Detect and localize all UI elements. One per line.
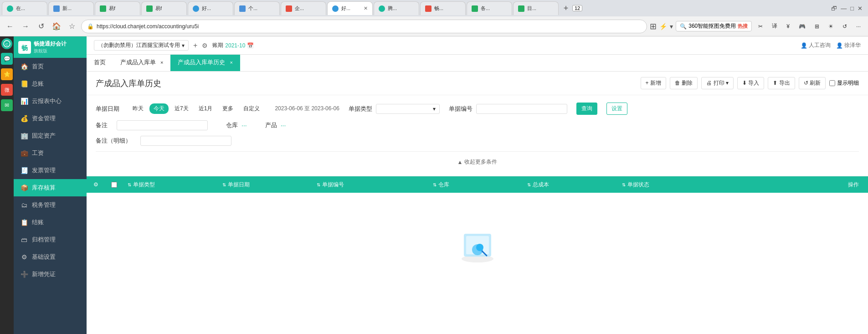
browser-tab-1[interactable]: 在... bbox=[2, 1, 47, 15]
brightness-btn[interactable]: ☀ bbox=[825, 22, 837, 31]
th-check[interactable] bbox=[105, 182, 123, 188]
sidebar-item-inventory[interactable]: 📦 库存核算 bbox=[14, 179, 87, 196]
product-select-btn[interactable]: ··· bbox=[281, 122, 286, 129]
th-settings[interactable]: ⚙ bbox=[87, 181, 105, 188]
chat-icon[interactable]: 💬 bbox=[1, 53, 13, 65]
tab-close-8[interactable]: ✕ bbox=[364, 5, 368, 11]
th-total-cost[interactable]: ⇅ 总成本 bbox=[523, 181, 617, 189]
undo-btn[interactable]: ↺ bbox=[839, 22, 851, 31]
remark-detail-input[interactable] bbox=[140, 136, 231, 146]
close-window-button[interactable]: ✕ bbox=[858, 5, 863, 12]
browser-tab-12[interactable]: 目... bbox=[513, 1, 559, 15]
sidebar-logo[interactable]: 畅 畅捷通好会计 旗舰版 bbox=[14, 36, 87, 58]
sidebar-item-ledger[interactable]: 📒 总账 bbox=[14, 75, 87, 92]
add-button[interactable]: + 新增 bbox=[641, 77, 666, 89]
more-button[interactable]: ▾ bbox=[670, 23, 673, 30]
sidebar-item-archive[interactable]: 🗃 归档管理 bbox=[14, 231, 87, 248]
more-actions-btn[interactable]: ··· bbox=[853, 22, 864, 31]
restore-button[interactable]: 🗗 bbox=[831, 5, 837, 12]
mail-icon[interactable]: ✉ bbox=[1, 99, 13, 111]
calendar-icon[interactable]: 📅 bbox=[247, 42, 254, 49]
import-button[interactable]: ⬇ 导入 bbox=[737, 77, 764, 89]
show-detail-checkbox[interactable] bbox=[829, 80, 835, 86]
sidebar-item-invoice[interactable]: 🧾 发票管理 bbox=[14, 162, 87, 179]
settings-query-button[interactable]: 设置 bbox=[606, 103, 627, 115]
game-btn[interactable]: 🎮 bbox=[795, 22, 809, 31]
browser-tab-3[interactable]: 易f bbox=[95, 1, 140, 15]
browser-tab-7[interactable]: 企... bbox=[281, 1, 326, 15]
browser-search-bar[interactable]: 🔍 360智能抠图免费用 热搜 bbox=[676, 21, 752, 31]
app-logo-icon[interactable]: C bbox=[1, 38, 12, 49]
new-tab-button[interactable]: + bbox=[560, 2, 572, 15]
sidebar-item-tax[interactable]: 🗂 税务管理 bbox=[14, 196, 87, 214]
user-profile[interactable]: 👤 徐泽华 bbox=[836, 41, 861, 49]
date-btn-yesterday[interactable]: 昨天 bbox=[128, 103, 148, 114]
query-button[interactable]: 查询 bbox=[576, 103, 597, 115]
date-btn-7days[interactable]: 近7天 bbox=[170, 103, 193, 114]
maximize-button[interactable]: □ bbox=[850, 5, 854, 12]
sidebar-item-fixed[interactable]: 🏢 固定资产 bbox=[14, 127, 87, 144]
add-account-button[interactable]: + bbox=[193, 41, 197, 50]
browser-tab-9[interactable]: 腾... bbox=[374, 1, 419, 15]
th-voucher-type[interactable]: ⇅ 单据类型 bbox=[123, 181, 218, 189]
th-warehouse[interactable]: ⇅ 仓库 bbox=[428, 181, 523, 189]
date-btn-1month[interactable]: 近1月 bbox=[195, 103, 217, 114]
browser-tab-5[interactable]: 好... bbox=[188, 1, 233, 15]
browser-tab-2[interactable]: 新... bbox=[48, 1, 94, 15]
sidebar-item-settings[interactable]: ⚙ 基础设置 bbox=[14, 248, 87, 266]
collapse-filter-button[interactable]: ▲ 收起更多条件 bbox=[455, 155, 500, 169]
date-btn-today[interactable]: 今天 bbox=[149, 103, 169, 114]
tab-inventory-history[interactable]: 产成品入库单历史 × bbox=[170, 55, 240, 71]
th-status[interactable]: ⇅ 单据状态 bbox=[617, 181, 712, 189]
browser-menu-button[interactable]: ⚡ bbox=[659, 23, 667, 30]
sort-icon-voucher-date: ⇅ bbox=[222, 182, 226, 187]
extensions-button[interactable]: ⊞ bbox=[650, 21, 657, 31]
tab-close-inventory-entry[interactable]: × bbox=[160, 60, 163, 65]
grid-btn[interactable]: ⊞ bbox=[811, 22, 823, 31]
forward-button[interactable]: → bbox=[19, 20, 32, 33]
delete-button[interactable]: 🗑 删除 bbox=[670, 77, 698, 89]
help-button[interactable]: 👤 人工咨询 bbox=[801, 41, 831, 49]
weibo-icon[interactable]: 微 bbox=[1, 84, 13, 96]
scissors-btn[interactable]: ✂ bbox=[755, 22, 766, 31]
translate-btn[interactable]: 译 bbox=[768, 21, 781, 31]
sidebar-item-newvoucher[interactable]: ➕ 新增凭证 bbox=[14, 266, 87, 283]
sidebar-item-payroll[interactable]: 💼 工资 bbox=[14, 144, 87, 162]
sort-icon-warehouse: ⇅ bbox=[433, 182, 437, 187]
th-voucher-no[interactable]: ⇅ 单据编号 bbox=[312, 181, 428, 189]
star-icon[interactable]: ⭐ bbox=[1, 68, 13, 80]
remark-input[interactable] bbox=[117, 120, 208, 130]
company-selector[interactable]: （勿删勿禁用）江西腿宝测试专用 ▾ bbox=[94, 40, 189, 51]
home-button[interactable]: 🏠 bbox=[50, 20, 63, 33]
tab-inventory-entry[interactable]: 产成品入库单 × bbox=[113, 55, 170, 71]
account-settings-button[interactable]: ⚙ bbox=[202, 42, 208, 49]
browser-tab-4[interactable]: 易f bbox=[141, 1, 187, 15]
browser-tab-6[interactable]: 个... bbox=[234, 1, 280, 15]
voucher-no-input[interactable] bbox=[476, 104, 567, 114]
address-bar[interactable]: 🔒 https://cloud.chanjet.com/accounting/u… bbox=[81, 20, 647, 33]
select-all-checkbox[interactable] bbox=[111, 182, 117, 188]
date-btn-custom[interactable]: 自定义 bbox=[239, 103, 264, 114]
browser-tab-10[interactable]: 畅... bbox=[420, 1, 466, 15]
minimize-button[interactable]: — bbox=[841, 5, 847, 12]
browser-tab-8[interactable]: 好... ✕ bbox=[327, 1, 373, 15]
sidebar-item-funds[interactable]: 💰 资金管理 bbox=[14, 110, 87, 127]
refresh-data-button[interactable]: ↺ 刷新 bbox=[799, 77, 826, 89]
tab-home[interactable]: 首页 bbox=[87, 55, 113, 71]
show-detail-checkbox-label[interactable]: 显示明细 bbox=[829, 79, 859, 87]
refresh-button[interactable]: ↺ bbox=[35, 20, 47, 33]
sidebar-item-home[interactable]: 🏠 首页 bbox=[14, 58, 87, 75]
warehouse-select-btn[interactable]: ··· bbox=[241, 122, 247, 129]
print-button[interactable]: 🖨 打印 ▾ bbox=[701, 77, 734, 89]
bookmark-button[interactable]: ☆ bbox=[66, 20, 78, 33]
voucher-type-select[interactable]: ▾ bbox=[376, 104, 440, 114]
sidebar-item-report[interactable]: 📊 云报表中心 bbox=[14, 92, 87, 110]
browser-tab-11[interactable]: 各... bbox=[467, 1, 512, 15]
th-voucher-date[interactable]: ⇅ 单据日期 bbox=[218, 181, 313, 189]
tab-close-inventory-history[interactable]: × bbox=[230, 60, 232, 65]
export-button[interactable]: ⬆ 导出 bbox=[768, 77, 795, 89]
sidebar-item-closing[interactable]: 📋 结账 bbox=[14, 214, 87, 231]
currency-btn[interactable]: ¥ bbox=[783, 22, 793, 31]
back-button[interactable]: ← bbox=[4, 20, 16, 33]
date-btn-more[interactable]: 更多 bbox=[218, 103, 237, 114]
